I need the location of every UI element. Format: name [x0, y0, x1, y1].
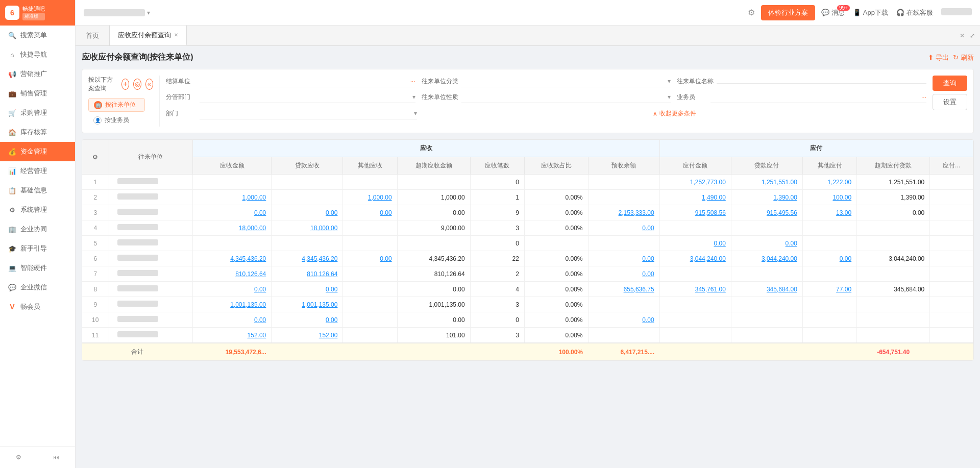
- cell-pay-more: [930, 236, 973, 251]
- user-menu[interactable]: [941, 8, 972, 17]
- cell-pay-more: [930, 297, 973, 312]
- cell-pay-overdue: 1,251,551.00: [857, 175, 930, 190]
- sidebar-item-system[interactable]: ⚙ 系统管理: [0, 200, 75, 219]
- th-pay-overdue: 超期应付货款: [857, 157, 930, 175]
- cell-unit-name: [109, 236, 193, 251]
- tab-home[interactable]: 首页: [76, 26, 110, 45]
- sidebar-settings-btn[interactable]: ⚙: [13, 451, 24, 464]
- th-pay-loan: 贷款应付: [731, 157, 802, 175]
- setup-btn[interactable]: 设置: [933, 94, 967, 110]
- cell-rec-ratio: 0.00%: [524, 190, 588, 205]
- cell-rec-amount: 152.00: [193, 328, 272, 343]
- cell-rec-count: 1: [470, 190, 524, 205]
- unit-category-label: 往来单位分类: [422, 77, 458, 86]
- sidebar-collapse-btn[interactable]: ⏮: [50, 451, 62, 464]
- chevron-icon2: ▾: [412, 93, 415, 101]
- app-icon: 📱: [853, 9, 861, 16]
- sidebar-item-operation[interactable]: 📊 经营管理: [0, 161, 75, 181]
- cell-rec-amount: 810,126.64: [193, 266, 272, 282]
- cell-rec-loan: 1,001,135.00: [272, 297, 343, 312]
- filter-row-1: 结算单位 ··· 往来单位分类 ▾ 往来单位名称: [166, 76, 926, 87]
- cell-rec-count: 2: [470, 266, 524, 282]
- sidebar-item-wechat[interactable]: 💬 企业微信: [0, 278, 75, 297]
- sidebar-item-label: 库存核算: [20, 128, 47, 137]
- cell-no: 11: [82, 328, 109, 343]
- sidebar-item-inventory[interactable]: 🏠 库存核算: [0, 122, 75, 142]
- cell-no: 7: [82, 266, 109, 282]
- filter-rows: 结算单位 ··· 往来单位分类 ▾ 往来单位名称: [166, 76, 926, 127]
- expand-icon[interactable]: ⤢: [970, 32, 975, 39]
- sidebar-item-label: 畅会员: [20, 302, 40, 311]
- refresh-icon: ↻: [953, 54, 959, 61]
- cell-pre-balance: 0.00: [588, 266, 659, 282]
- promo-btn[interactable]: 体验行业方案: [761, 5, 815, 20]
- sidebar-item-finance[interactable]: 💰 资金管理: [0, 142, 75, 161]
- cell-rec-count: 3: [470, 220, 524, 236]
- filter-option-unit[interactable]: 🏢 按往来单位: [88, 98, 145, 112]
- sidebar-item-purchase[interactable]: 🛒 采购管理: [0, 103, 75, 122]
- system-icon: ⚙: [8, 206, 16, 214]
- query-btn[interactable]: 查询: [933, 76, 967, 91]
- unit-name-input[interactable]: [717, 79, 926, 84]
- logo-badge: 标准版: [22, 13, 45, 20]
- th-pre-balance: 预收余额: [588, 157, 659, 175]
- th-rec-other: 其他应收: [343, 157, 397, 175]
- cell-rec-ratio: 0.00%: [524, 297, 588, 312]
- sidebar-item-member[interactable]: V 畅会员: [0, 297, 75, 316]
- settlement-input[interactable]: ···: [200, 76, 415, 87]
- sidebar-item-marketing[interactable]: 📢 营销推广: [0, 64, 75, 84]
- cell-no: 1: [82, 175, 109, 190]
- unit-name-label: 往来单位名称: [677, 77, 714, 86]
- footer-pre-balance: 6,417,215....: [588, 343, 659, 360]
- settings-gear-icon[interactable]: ⚙: [748, 8, 755, 17]
- filter-add-btn[interactable]: +: [121, 79, 129, 90]
- close-window-icon[interactable]: ✕: [960, 32, 965, 39]
- filter-option-sales[interactable]: 👤 按业务员: [88, 114, 145, 127]
- unit-nature-select[interactable]: ▾: [461, 91, 671, 103]
- sidebar-item-search[interactable]: 🔍 搜索菜单: [0, 26, 75, 45]
- cell-pay-other: 13.00: [802, 205, 856, 220]
- sidebar-item-hardware[interactable]: 💻 智能硬件: [0, 258, 75, 278]
- sidebar-item-sales[interactable]: 💼 销售管理: [0, 84, 75, 103]
- table-container: ⚙ 往来单位 应收 应付 应收金额 贷款应收 其他应收 超期应收金额 应收笔数 …: [82, 139, 974, 361]
- footer-pay-loan: [731, 343, 802, 360]
- export-icon: ⬆: [928, 54, 934, 61]
- salesman-input[interactable]: ···: [710, 91, 926, 103]
- th-settings[interactable]: ⚙: [82, 140, 109, 175]
- search-icon: 🔍: [8, 31, 16, 39]
- dots-icon2: ···: [921, 93, 926, 101]
- export-btn[interactable]: ⬆ 导出: [928, 53, 949, 62]
- cell-pay-more: [930, 251, 973, 266]
- dept-select[interactable]: ▾: [200, 91, 415, 103]
- data-table: ⚙ 往来单位 应收 应付 应收金额 贷款应收 其他应收 超期应收金额 应收笔数 …: [82, 140, 973, 360]
- sidebar-item-enterprise[interactable]: 🏢 企业协同: [0, 219, 75, 239]
- cell-rec-amount: 1,001,135.00: [193, 297, 272, 312]
- cell-rec-loan: 152.00: [272, 328, 343, 343]
- cell-pay-other: 100.00: [802, 190, 856, 205]
- app-download-btn[interactable]: 📱 App下载: [853, 8, 888, 17]
- wechat-icon: 💬: [8, 283, 16, 291]
- message-btn[interactable]: 💬 消息 99+: [821, 8, 845, 17]
- refresh-btn[interactable]: ↻ 刷新: [953, 53, 974, 62]
- filter-settings-btn[interactable]: ◎: [133, 79, 141, 90]
- tab-close-icon[interactable]: ✕: [174, 32, 178, 38]
- cell-rec-amount: 4,345,436.20: [193, 251, 272, 266]
- collapse-btn[interactable]: ∧ 收起更多条件: [649, 107, 700, 120]
- content-area: 应收应付余额查询(按往来单位) ⬆ 导出 ↻ 刷新 按以下方案查询 +: [76, 46, 980, 468]
- table-row: 11152.00152.00101.0030.00%: [82, 328, 973, 343]
- filter-collapse-left-btn[interactable]: «: [145, 79, 153, 90]
- tab-arap[interactable]: 应收应付余额查询 ✕: [110, 26, 187, 45]
- sidebar-item-guide[interactable]: 🎓 新手引导: [0, 239, 75, 258]
- filter-panel: 按以下方案查询 + ◎ « 🏢 按往来单位 👤 按业务员: [82, 69, 974, 133]
- cell-pay-loan: 0.00: [731, 236, 802, 251]
- table-row: 30.000.000.000.0090.00%2,153,333.00915,5…: [82, 205, 973, 220]
- sidebar-item-nav[interactable]: ⌂ 快捷导航: [0, 45, 75, 64]
- footer-label: 合计: [82, 343, 193, 360]
- department-select[interactable]: ▾: [200, 108, 417, 119]
- cell-pay-overdue: 3,044,240.00: [857, 251, 930, 266]
- sidebar-item-basic[interactable]: 📋 基础信息: [0, 181, 75, 200]
- cell-rec-overdue: 1,001,135.00: [397, 297, 470, 312]
- online-service-btn[interactable]: 🎧 在线客服: [896, 8, 933, 17]
- unit-category-select[interactable]: ▾: [461, 76, 671, 87]
- cell-pay-loan: 1,390.00: [731, 190, 802, 205]
